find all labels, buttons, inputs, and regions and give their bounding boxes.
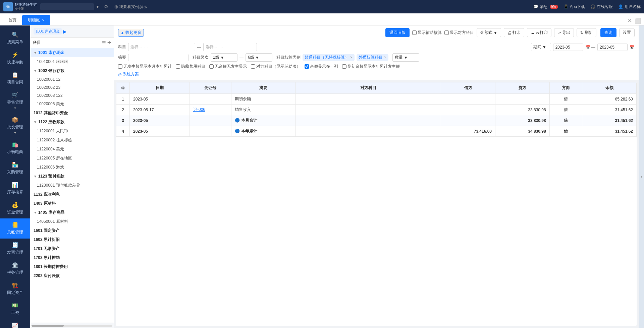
cb-opening-acc-input[interactable] [342, 64, 346, 69]
cb-contra[interactable]: 对方科目（显示辅助项） [251, 64, 301, 69]
show-aux-input[interactable] [412, 30, 417, 35]
tree-item-10020001[interactable]: 10020001 12 [30, 75, 114, 83]
sidebar-item-retail[interactable]: 🛒 零售管理 ▼ [0, 88, 30, 113]
sidebar-item-inventory[interactable]: 📊 库存核算 [0, 178, 30, 198]
tree-item-10010001[interactable]: 10010001 呵呵呵 [30, 57, 114, 66]
category-tag-2[interactable]: 外币核算科目 ✕ [357, 54, 388, 61]
app-download-btn[interactable]: 📱 App下载 [564, 4, 585, 10]
tree-item-1601[interactable]: 1601 固定资产 [30, 226, 114, 235]
subject-input-end[interactable]: 选择... ··· [203, 43, 257, 51]
cb-hide-disabled-input[interactable] [176, 64, 180, 69]
th-settings[interactable]: ⚙ [116, 82, 130, 94]
tree-item-1801[interactable]: 1801 长期待摊费用 [30, 262, 114, 271]
search-dropdown-icon[interactable]: ▼ [96, 4, 100, 9]
demo-link[interactable]: ◎ 我要看实例演示 [114, 4, 147, 10]
tree-item-11220006[interactable]: 11220006 游戏 [30, 163, 114, 172]
tree-item-1602[interactable]: 1602 累计折旧 [30, 235, 114, 244]
tab-ledger[interactable]: 明细账 ✕ [22, 15, 50, 25]
filter-list-icon[interactable]: ☰ [102, 40, 106, 45]
tree-item-1132[interactable]: 1132 应收利息 [30, 190, 114, 199]
tab-close-icon[interactable]: ✕ [42, 18, 45, 22]
tree-item-14050001[interactable]: 14050001 原材料 [30, 217, 114, 226]
sidebar-item-wholesale[interactable]: 📦 批发管理 ▼ [0, 113, 30, 138]
period-end-input[interactable] [597, 44, 628, 51]
tree-item-1702[interactable]: 1702 累计摊销 [30, 253, 114, 262]
cb-balance-col[interactable]: 余额显示在一列 [305, 64, 338, 69]
top-search-input[interactable] [40, 3, 94, 10]
tree-item-1701[interactable]: 1701 无形资产 [30, 244, 114, 253]
settings-icon[interactable]: ⚙ [104, 4, 108, 9]
category-tag-1[interactable]: 普通科目（无特殊核算） ✕ [303, 54, 355, 61]
tree-item-11230001[interactable]: 11230001 预付账款差异 [30, 181, 114, 190]
horizontal-scrollbar[interactable] [30, 323, 114, 328]
tree-item-11220004[interactable]: 11220004 美元 [30, 145, 114, 154]
period-start-input[interactable] [553, 44, 583, 51]
query-btn[interactable]: 查询 [600, 28, 616, 37]
sidebar-item-search[interactable]: 🔍 搜索菜单 [0, 28, 30, 48]
voucher-link-2[interactable]: 记-006 [193, 107, 205, 112]
tree-item-10020003[interactable]: 10020003 122 [30, 91, 114, 100]
tree-item-1012[interactable]: 1012 其他货币资金 [30, 109, 114, 118]
show-contra-checkbox[interactable]: 显示对方科目 [444, 30, 474, 36]
sidebar-item-ledger[interactable]: 📒 总账管理 [0, 218, 30, 239]
breadcrumb-arrow-icon[interactable]: ▶ [63, 29, 67, 34]
tab-close-btn[interactable]: ✕ [628, 17, 632, 24]
sidebar-item-funds[interactable]: 💰 资金管理 [0, 198, 30, 218]
cb-contra-input[interactable] [251, 64, 255, 69]
tree-item-11220005[interactable]: 11220005 所在地区 [30, 154, 114, 163]
amount-mode-btn[interactable]: 金额式 ▼ [477, 28, 501, 37]
cloud-print-btn[interactable]: ☁ 云打印 [527, 28, 551, 37]
cb-no-occur-input[interactable] [118, 64, 122, 69]
tree-item-1123[interactable]: ▼ 1123 预付账款 [30, 172, 114, 181]
tree-item-1405[interactable]: ▼ 1405 库存商品 [30, 208, 114, 217]
level-from-select[interactable]: 1级 ▼ [211, 53, 237, 62]
tab-home[interactable]: 首页 [3, 15, 22, 25]
online-service-btn[interactable]: 🎧 在线客服 [590, 4, 613, 10]
back-old-btn[interactable]: 退回旧版 [385, 28, 410, 37]
show-aux-checkbox[interactable]: 显示辅助核算 [412, 30, 442, 36]
export-btn[interactable]: ↗ 导出 [554, 28, 574, 37]
messages-btn[interactable]: 💬 消息 99+ [533, 4, 558, 10]
print-btn[interactable]: 🖨 打印 [504, 28, 524, 37]
settings-btn[interactable]: 设置 [619, 28, 635, 37]
system-plan[interactable]: ◎ 系统方案 [118, 71, 635, 77]
tree-item-2202[interactable]: 2202 应付账款 [30, 271, 114, 280]
user-avatar[interactable]: 👤 用户名称 [618, 4, 641, 10]
cb-no-occur[interactable]: 无发生额显示本月本年累计 [118, 64, 172, 69]
tree-item-1403[interactable]: 1403 原材料 [30, 199, 114, 208]
tree-item-1122[interactable]: ▼ 1122 应收账款 [30, 118, 114, 127]
sidebar-item-tax[interactable]: 🏛️ 税务管理 [0, 259, 30, 279]
tree-item-1002[interactable]: ▼ 1002 银行存款 [30, 66, 114, 75]
tree-item-11220002[interactable]: 11220002 往来标签 [30, 136, 114, 145]
category-tag-1-close[interactable]: ✕ [350, 56, 353, 59]
refresh-btn[interactable]: ↻ 刷新 [577, 28, 596, 37]
sidebar-item-business[interactable]: 📈 经营管理 [0, 319, 30, 328]
cb-no-balance[interactable]: 无余额无发生显示 [209, 64, 247, 69]
category-tag-2-close[interactable]: ✕ [384, 56, 386, 59]
subject-input[interactable]: 选择... ··· [128, 43, 195, 51]
sidebar-item-quicknav[interactable]: ⚡ 快捷导航 [0, 48, 30, 68]
subject-end-more-icon[interactable]: ··· [219, 45, 223, 49]
level-to-select[interactable]: 6级 ▼ [246, 53, 272, 62]
quantity-select[interactable]: 数量 ▼ [392, 53, 419, 62]
period-calendar-icon[interactable]: 📅 [630, 45, 635, 50]
tree-item-10020002[interactable]: 10020002 23 [30, 83, 114, 91]
period-mode-select[interactable]: 期间 ▼ [531, 43, 551, 51]
summary-input[interactable] [128, 54, 189, 61]
sidebar-item-purchase[interactable]: 🏪 采购管理 [0, 158, 30, 178]
filter-add-icon[interactable]: ✚ [107, 40, 111, 45]
sidebar-item-ecommerce[interactable]: 🛍️ 小畅电商 [0, 138, 30, 158]
show-contra-input[interactable] [444, 30, 449, 35]
sidebar-item-project[interactable]: 📋 项目合同 [0, 68, 30, 88]
sidebar-item-fixedasset[interactable]: 🏗️ 固定资产 [0, 279, 30, 299]
tree-item-10020006[interactable]: 10020006 美元 [30, 100, 114, 109]
tree-item-11220001[interactable]: 11220001 人民币 [30, 127, 114, 136]
tree-item-1001[interactable]: ▼ 1001 库存现金 [30, 48, 114, 57]
tab-restore-btn[interactable]: ⬜ [635, 17, 641, 24]
right-sidebar-toggle[interactable]: ‹ [639, 25, 644, 328]
sidebar-item-invoice[interactable]: 🧾 发票管理 [0, 239, 30, 259]
subject-more-icon[interactable]: ··· [144, 45, 148, 49]
cb-opening-acc[interactable]: 期初余额显示本年累计发生额 [342, 64, 400, 69]
collapse-more-btn[interactable]: ▲ 收起更多 [118, 29, 144, 37]
cb-no-balance-input[interactable] [209, 64, 214, 69]
